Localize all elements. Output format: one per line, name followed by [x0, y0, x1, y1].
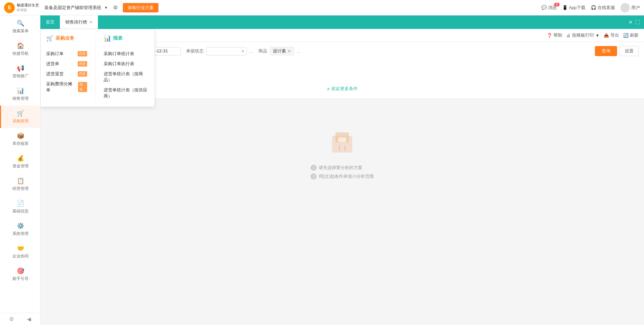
export-icon: 📤: [604, 33, 609, 38]
sidebar-label-basic-info: 基础信息: [12, 208, 29, 214]
online-service-item[interactable]: 🎧 在线客服: [591, 5, 615, 11]
sidebar-item-inventory[interactable]: 📦 库存核算: [0, 128, 40, 151]
report-title-icon: 📊: [104, 35, 111, 42]
tab-sales-rank[interactable]: 销售排行榜 ✕: [60, 15, 98, 29]
history-badge-goods-receipt: 历史: [78, 61, 87, 67]
print-dropdown-icon: ▼: [595, 33, 600, 38]
collapse-label: 收起更多条件: [331, 86, 358, 92]
svg-rect-3: [338, 137, 346, 142]
purchase-dropdown-menu: 🛒 采购业务 采购订单 历史 进货单 历史 进货退货 历史: [40, 29, 155, 107]
sidebar-item-enterprise[interactable]: 🤝 企业协同: [0, 241, 40, 263]
sidebar-settings-btn[interactable]: ⚙: [9, 316, 14, 322]
tip-text-1: 请先选择要分析的方案: [319, 165, 362, 171]
app-download-item[interactable]: 📱 App下载: [562, 5, 585, 11]
marketing-icon: 📢: [17, 65, 24, 72]
sidebar-item-finance[interactable]: 💰 资金管理: [0, 151, 40, 173]
sidebar-item-guide[interactable]: 🎯 新手引导: [0, 263, 40, 286]
sidebar-label-guide: 新手引导: [12, 276, 29, 282]
empty-state: 1 请先选择要分析的方案 2 用[过滤]条件来缩小分析范围: [40, 99, 644, 206]
print-btn[interactable]: 🖨 按模板打印 ▼: [566, 32, 600, 38]
purchase-col: 🛒 采购业务 采购订单 历史 进货单 历史 进货退货 历史: [46, 35, 87, 101]
tab-bar-right: ✕ ⛶: [629, 19, 644, 25]
export-label: 导出: [610, 32, 619, 38]
sidebar-label-operations: 经营管理: [12, 186, 29, 192]
search-menu-icon: 🔍: [17, 19, 24, 27]
dropdown-item-purchase-order[interactable]: 采购订单 历史: [46, 49, 87, 59]
tab-sales-rank-label: 销售排行榜: [65, 19, 87, 25]
sidebar-label-enterprise: 企业协同: [12, 253, 29, 259]
sidebar-item-sales-mgmt[interactable]: 📊 销售管理: [0, 83, 40, 106]
status-dots[interactable]: ...: [249, 49, 253, 54]
tab-home[interactable]: 首页: [40, 15, 60, 29]
tab-close-icon[interactable]: ✕: [89, 20, 93, 25]
dropdown-item-order-exec[interactable]: 采购订单执行表: [104, 59, 149, 69]
status-label: 单据状态: [186, 48, 204, 54]
notification-item[interactable]: 💬 消息 9: [541, 5, 557, 11]
goods-dots[interactable]: ...: [297, 49, 300, 54]
avatar: [620, 3, 630, 12]
sidebar-item-quick-nav[interactable]: 🏠 快捷导航: [0, 38, 40, 60]
purchase-col-label: 采购业务: [56, 35, 74, 41]
tip-num-1: 1: [311, 165, 317, 171]
dropdown-item-receipt-by-goods-label: 进货单统计表（按商品）: [104, 71, 149, 83]
tab-close-window-btn[interactable]: ✕: [629, 19, 633, 25]
inventory-icon: 📦: [17, 132, 24, 139]
print-label: 按模板打印: [572, 32, 594, 38]
tip-text-2: 用[过滤]条件来缩小分析范围: [319, 173, 373, 179]
dropdown-divider: [95, 35, 96, 101]
collapse-btn[interactable]: ∧ 收起更多条件: [324, 83, 360, 94]
sales-mgmt-icon: 📊: [17, 87, 24, 94]
dropdown-item-goods-return[interactable]: 进货退货 历史: [46, 69, 87, 79]
report-col: 📊 报表 采购订单统计表 采购订单执行表 进货单统计表（按商品） 进货单统计表（…: [104, 35, 149, 101]
sidebar-item-marketing[interactable]: 📢 营销推广: [0, 60, 40, 83]
finance-icon: 💰: [17, 155, 24, 162]
logo-sub-text: 标准版: [17, 8, 39, 12]
sidebar-item-operations[interactable]: 📋 经营管理: [0, 173, 40, 196]
history-badge-expense-alloc: 历史: [78, 82, 87, 92]
guide-icon: 🎯: [17, 267, 24, 275]
main-layout: 🔍 搜索菜单 🏠 快捷导航 📢 营销推广 📊 销售管理 🛒 采购管理 📦 库存核…: [0, 15, 644, 325]
purchase-col-title: 🛒 采购业务: [46, 35, 87, 45]
app-download-label: App下载: [569, 5, 585, 11]
industry-btn[interactable]: 体验行业方案: [123, 3, 158, 12]
system-dropdown-btn[interactable]: ▼: [104, 5, 108, 10]
report-col-label: 报表: [113, 35, 122, 41]
refresh-btn[interactable]: 🔄 刷新: [623, 32, 639, 38]
search-btn[interactable]: 查询: [595, 46, 617, 56]
refresh-label: 刷新: [630, 32, 639, 38]
sidebar-item-basic-info[interactable]: 📄 基础信息: [0, 196, 40, 218]
sidebar-item-system-mgmt[interactable]: ⚙️ 系统管理: [0, 218, 40, 241]
goods-tag-value: 设计素: [273, 48, 286, 54]
empty-state-icon: [325, 126, 359, 159]
sidebar-collapse-btn[interactable]: ◀: [27, 316, 31, 322]
dropdown-item-goods-receipt[interactable]: 进货单 历史: [46, 59, 87, 69]
help-btn[interactable]: ❓ 帮助: [547, 32, 562, 38]
dropdown-item-order-stats[interactable]: 采购订单统计表: [104, 49, 149, 59]
sidebar-label-finance: 资金管理: [12, 163, 29, 169]
purchase-mgmt-icon: 🛒: [17, 110, 24, 117]
print-icon: 🖨: [566, 33, 571, 38]
user-item[interactable]: 用户: [620, 3, 640, 12]
help-icon: ❓: [547, 33, 552, 38]
dropdown-item-receipt-by-goods[interactable]: 进货单统计表（按商品）: [104, 69, 149, 85]
purchase-title-icon: 🛒: [46, 35, 53, 42]
dropdown-item-expense-alloc[interactable]: 采购费用分摊单 历史: [46, 79, 87, 95]
export-btn[interactable]: 📤 导出: [604, 32, 619, 38]
content-area: 首页 销售排行榜 ✕ ✕ ⛶ 🛒 采购业务: [40, 15, 644, 325]
setting-btn[interactable]: 设置: [620, 46, 639, 56]
history-badge-goods-return: 历史: [78, 71, 87, 77]
logo-area: 6 畅捷通好生意 标准版: [4, 2, 44, 13]
dropdown-item-receipt-by-supplier[interactable]: 进货单统计表（按供应商）: [104, 85, 149, 101]
tab-maximize-btn[interactable]: ⛶: [635, 19, 640, 25]
status-select[interactable]: [206, 47, 247, 55]
header-middle: 装备及固定资产辅助管理系统 ▼ ⚙ 体验行业方案: [44, 3, 541, 12]
goods-tag-close[interactable]: ✕: [287, 49, 291, 54]
dropdown-item-expense-alloc-label: 采购费用分摊单: [46, 81, 75, 93]
operations-icon: 📋: [17, 177, 24, 185]
system-settings-btn[interactable]: ⚙: [111, 3, 120, 12]
filter-goods-item: 商品 设计素 ✕ ...: [258, 47, 300, 55]
sidebar-item-purchase-mgmt[interactable]: 🛒 采购管理: [0, 106, 40, 128]
dropdown-item-goods-receipt-label: 进货单: [46, 61, 59, 67]
sidebar-item-search-menu[interactable]: 🔍 搜索菜单: [0, 15, 40, 38]
top-header: 6 畅捷通好生意 标准版 装备及固定资产辅助管理系统 ▼ ⚙ 体验行业方案 💬 …: [0, 0, 644, 15]
